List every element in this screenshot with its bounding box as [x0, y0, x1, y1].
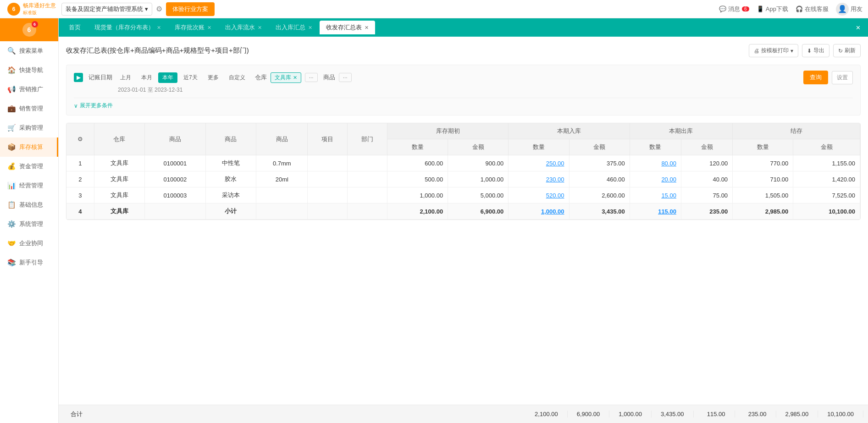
tab-summary[interactable]: 出入库汇总 ✕ — [269, 21, 319, 34]
row-no: 1 — [66, 155, 94, 171]
date-btn-last-month[interactable]: 上月 — [116, 72, 135, 83]
online-service-item[interactable]: 🎧 在线客服 — [796, 5, 829, 13]
warehouse-tag[interactable]: 文具库 ✕ — [271, 72, 301, 83]
trial-button[interactable]: 体验行业方案 — [166, 2, 215, 16]
tab-flow[interactable]: 出入库流水 ✕ — [219, 21, 268, 34]
date-btn-custom[interactable]: 自定义 — [225, 72, 249, 83]
sidebar-item-quick-nav-label: 快捷导航 — [19, 66, 43, 74]
tab-bar-close[interactable]: ✕ — [852, 22, 864, 33]
sidebar-item-inventory[interactable]: 📦 库存核算 — [0, 137, 58, 157]
filter-main-row: ▶ 记账日期 上月 本月 本年 近7天 更多 自定义 — [74, 71, 853, 84]
operation-icon: 📊 — [7, 181, 16, 190]
total-open-qty: 2,100.00 — [525, 411, 568, 418]
inventory-icon: 📦 — [7, 143, 16, 151]
sidebar-item-guide[interactable]: 📚 新手引导 — [0, 253, 58, 272]
refresh-button[interactable]: ↻ 刷新 — [833, 44, 861, 57]
sidebar-logo-icon: 6 6 — [22, 23, 36, 37]
tab-stock-dist-close[interactable]: ✕ — [157, 25, 161, 31]
system-selector[interactable]: 装备及固定资产辅助管理系统 ▾ — [61, 3, 152, 16]
sidebar-item-operation[interactable]: 📊 经营管理 — [0, 176, 58, 195]
sidebar-item-sales[interactable]: 💼 销售管理 — [0, 99, 58, 118]
row-out-amt: 75.00 — [681, 187, 732, 203]
settings-button[interactable]: 设置 — [832, 71, 853, 84]
settings-icon[interactable]: ⚙ — [156, 5, 162, 13]
tab-flow-close[interactable]: ✕ — [258, 25, 262, 31]
th-sku-name: 商品 — [205, 123, 256, 155]
system-icon: ⚙️ — [7, 220, 16, 228]
tab-home[interactable]: 首页 — [62, 21, 87, 34]
sidebar-item-system[interactable]: ⚙️ 系统管理 — [0, 214, 58, 234]
date-btn-7days[interactable]: 近7天 — [179, 72, 202, 83]
row-project — [308, 203, 348, 220]
tab-receipt-summary-close[interactable]: ✕ — [365, 25, 369, 31]
row-in-amt: 375.00 — [569, 155, 630, 171]
sidebar: 6 6 🔍 搜索菜单 🏠 快捷导航 📢 营销推广 💼 销售管理 🛒 — [0, 18, 59, 423]
tab-batch-close[interactable]: ✕ — [207, 25, 211, 31]
row-no: 3 — [66, 187, 94, 203]
row-out-qty[interactable]: 15.00 — [630, 187, 681, 203]
tab-stock-dist[interactable]: 现货量（库存分布表） ✕ — [88, 21, 167, 34]
tab-batch-label: 库存批次账 — [175, 23, 205, 32]
sales-icon: 💼 — [7, 104, 16, 113]
sidebar-item-finance[interactable]: 💰 资金管理 — [0, 157, 58, 176]
row-sku-code — [145, 203, 205, 220]
sidebar-item-purchase-label: 采购管理 — [19, 124, 43, 132]
tab-flow-label: 出入库流水 — [225, 23, 255, 32]
print-button[interactable]: 🖨 按模板打印 ▾ — [749, 44, 798, 57]
date-btn-this-month[interactable]: 本月 — [137, 72, 156, 83]
search-icon: 🔍 — [7, 47, 16, 55]
sidebar-item-quick-nav[interactable]: 🏠 快捷导航 — [0, 60, 58, 80]
date-btn-more[interactable]: 更多 — [204, 72, 223, 83]
row-in-qty[interactable]: 250.00 — [509, 155, 569, 171]
th-in-amt: 金额 — [569, 139, 630, 155]
sidebar-item-basic-info[interactable]: 📋 基础信息 — [0, 195, 58, 214]
page-content: 收发存汇总表(按仓库+商品编码+商品+规格型号+项目+部门) 🖨 按模板打印 ▾… — [59, 37, 868, 405]
row-in-qty[interactable]: 230.00 — [509, 171, 569, 187]
headset-icon: 🎧 — [796, 5, 803, 12]
expand-conditions-btn[interactable]: ∨ 展开更多条件 — [74, 102, 853, 110]
sidebar-item-purchase[interactable]: 🛒 采购管理 — [0, 118, 58, 137]
row-in-qty[interactable]: 520.00 — [509, 187, 569, 203]
row-bal-amt: 1,155.00 — [793, 155, 860, 171]
message-item[interactable]: 💬 消息 6 — [719, 5, 749, 13]
product-more-btn[interactable]: ··· — [339, 73, 352, 82]
row-out-qty[interactable]: 20.00 — [630, 171, 681, 187]
sidebar-item-inventory-label: 库存核算 — [19, 143, 43, 151]
row-warehouse: 文具库 — [94, 171, 145, 187]
th-opening-stock-group: 库存期初 — [387, 123, 508, 139]
th-open-qty: 数量 — [387, 139, 448, 155]
row-warehouse: 文具库 — [94, 155, 145, 171]
th-settings[interactable]: ⚙ — [66, 123, 94, 155]
row-spec: 0.7mm — [256, 155, 308, 171]
tab-batch[interactable]: 库存批次账 ✕ — [168, 21, 218, 34]
sidebar-item-marketing[interactable]: 📢 营销推广 — [0, 80, 58, 99]
data-table-container: ⚙ 仓库 商品 商品 商品 项目 部门 库存期初 本期入库 本期出库 — [66, 123, 861, 220]
tab-receipt-summary[interactable]: 收发存汇总表 ✕ — [320, 21, 375, 34]
row-in-qty[interactable]: 1,000.00 — [509, 203, 569, 220]
user-item[interactable]: 👤 用友 — [836, 3, 862, 16]
filter-expand-arrow[interactable]: ▶ — [74, 73, 83, 82]
page-title-row: 收发存汇总表(按仓库+商品编码+商品+规格型号+项目+部门) 🖨 按模板打印 ▾… — [66, 44, 861, 57]
warehouse-tag-close[interactable]: ✕ — [293, 75, 297, 81]
query-button[interactable]: 查询 — [803, 71, 828, 84]
date-btn-this-year[interactable]: 本年 — [158, 72, 177, 83]
main-area: 6 6 🔍 搜索菜单 🏠 快捷导航 📢 营销推广 💼 销售管理 🛒 — [0, 18, 868, 423]
row-sku-code: 0100002 — [145, 171, 205, 187]
row-out-qty[interactable]: 115.00 — [630, 203, 681, 220]
th-spec: 商品 — [256, 123, 308, 155]
table-row: 1文具库0100001中性笔0.7mm600.00900.00250.00375… — [66, 155, 860, 171]
warehouse-more-btn[interactable]: ··· — [305, 73, 318, 82]
tab-summary-close[interactable]: ✕ — [308, 25, 312, 31]
sidebar-item-search[interactable]: 🔍 搜索菜单 — [0, 41, 58, 60]
sidebar-item-marketing-label: 营销推广 — [19, 85, 43, 93]
date-filter-section: 记账日期 上月 本月 本年 近7天 更多 自定义 — [88, 72, 249, 83]
row-bal-amt: 1,420.00 — [793, 171, 860, 187]
sidebar-item-sales-label: 销售管理 — [19, 104, 43, 113]
row-out-amt: 235.00 — [681, 203, 732, 220]
export-button[interactable]: ⬇ 导出 — [802, 44, 829, 57]
app-download-item[interactable]: 📱 App下载 — [757, 5, 788, 13]
row-warehouse: 文具库 — [94, 187, 145, 203]
row-out-qty[interactable]: 80.00 — [630, 155, 681, 171]
sidebar-item-enterprise[interactable]: 🤝 企业协同 — [0, 234, 58, 253]
total-out-qty: 115.00 — [694, 411, 735, 418]
